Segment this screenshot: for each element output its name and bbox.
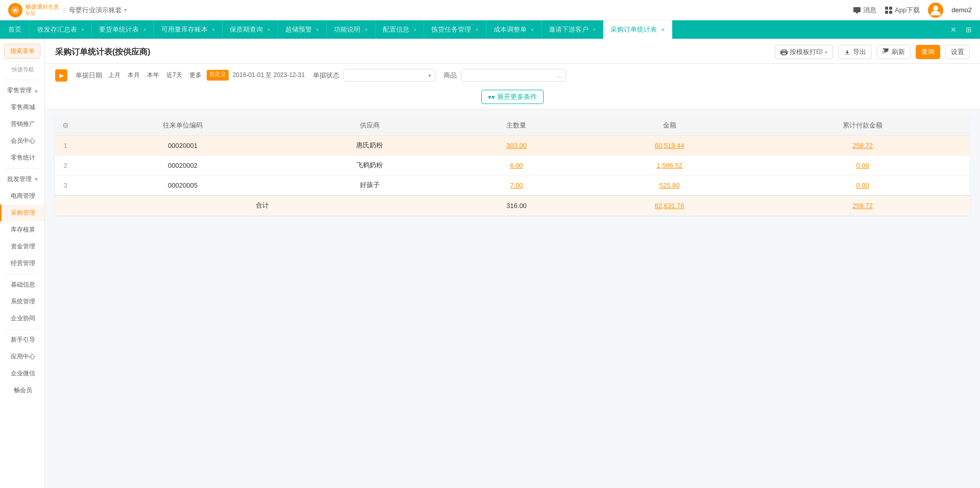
print-arrow: ▾ xyxy=(825,49,827,55)
sidebar-item-retail-mgmt[interactable]: 零售管理 ▲ xyxy=(0,82,44,99)
row-paid[interactable]: 259.72 xyxy=(755,136,970,156)
sidebar-item-basic-info[interactable]: 基础信息 xyxy=(0,276,44,293)
tab-peizhi[interactable]: 配置信息 × xyxy=(376,20,424,39)
status-select[interactable] xyxy=(344,69,435,82)
sidebar-item-operations[interactable]: 经营管理 xyxy=(0,255,44,272)
top-bar-right: 消息 App下载 demo2 xyxy=(853,3,972,18)
sidebar-item-enterprise[interactable]: 企业协同 xyxy=(0,310,44,327)
export-button[interactable]: 导出 xyxy=(838,45,872,59)
shortcut-last-month[interactable]: 上月 xyxy=(106,70,122,81)
sidebar-item-marketing[interactable]: 营销推广 xyxy=(0,116,44,133)
row-code: 00020002 xyxy=(76,156,290,175)
footer-empty xyxy=(55,195,76,216)
tab-yaohuodan[interactable]: 要货单统计表 × xyxy=(92,20,154,39)
settings-button[interactable]: 设置 xyxy=(945,45,970,59)
expand-down-icon: ▾▾ xyxy=(488,93,495,101)
tab-baozhi[interactable]: 保质期查询 × xyxy=(223,20,278,39)
tab-home[interactable]: 首页 xyxy=(0,20,30,39)
sidebar-purchase-label: 采购管理 xyxy=(11,209,35,217)
sidebar-retail-stat-label: 零售统计 xyxy=(11,153,35,162)
tab-menu-button[interactable]: ⊞ xyxy=(962,22,976,37)
tab-yaoqing[interactable]: 邀请下游客户 × xyxy=(542,20,603,39)
sidebar-item-retail-stat[interactable]: 零售统计 xyxy=(0,149,44,166)
refresh-button[interactable]: 刷新 xyxy=(877,45,911,59)
tab-shoufacun[interactable]: 收发存汇总表 × xyxy=(30,20,92,39)
row-quantity[interactable]: 6.00 xyxy=(450,156,583,175)
tab-gongneng-label: 功能说明 xyxy=(334,25,360,34)
sidebar-item-member-vip[interactable]: 畅会员 xyxy=(0,382,44,399)
row-amount[interactable]: 1,586.52 xyxy=(583,156,755,175)
sidebar-system-label: 系统管理 xyxy=(11,297,35,306)
sidebar-item-purchase[interactable]: 采购管理 xyxy=(0,204,44,221)
sidebar-item-new-guide[interactable]: 新手引导 xyxy=(0,331,44,348)
message-button[interactable]: 消息 xyxy=(853,6,876,15)
page-actions: 按模板打印 ▾ 导出 刷新 查询 设置 xyxy=(775,45,970,59)
expand-more-button[interactable]: ▾▾ 展开更多条件 xyxy=(481,90,544,104)
tab-chengben-close[interactable]: × xyxy=(531,27,534,33)
row-paid[interactable]: 0.00 xyxy=(755,156,970,175)
sidebar-item-inventory[interactable]: 库存核算 xyxy=(0,221,44,238)
search-menu-button[interactable]: 搜索菜单 xyxy=(4,44,40,59)
workspace-selector[interactable]: 母婴行业演示账套 ▾ xyxy=(69,6,127,15)
shortcut-this-month[interactable]: 本月 xyxy=(126,70,142,81)
footer-label: 合计 xyxy=(76,195,450,216)
sidebar-item-member[interactable]: 会员中心 xyxy=(0,133,44,149)
tab-keyongliang[interactable]: 可用量库存账本 × xyxy=(154,20,223,39)
sidebar-new-guide-label: 新手引导 xyxy=(11,336,35,344)
row-supplier: 好孩子 xyxy=(290,175,450,196)
shortcut-more[interactable]: 更多 xyxy=(187,70,204,81)
app-download-button[interactable]: App下载 xyxy=(885,6,920,15)
tab-chaochuyujing-label: 超储预警 xyxy=(285,25,312,34)
row-code: 00020001 xyxy=(76,136,290,156)
row-amount[interactable]: 60,519.44 xyxy=(583,136,755,156)
sidebar-item-app-center[interactable]: 应用中心 xyxy=(0,348,44,365)
col-code: 往来单位编码 xyxy=(76,116,290,136)
sidebar-item-finance[interactable]: 资金管理 xyxy=(0,238,44,255)
sidebar-wholesale-arrow: ▼ xyxy=(34,176,39,182)
footer-amount: 62,631.76 xyxy=(583,195,755,216)
shortcut-this-year[interactable]: 本年 xyxy=(145,70,161,81)
print-button[interactable]: 按模板打印 ▾ xyxy=(775,45,833,59)
row-paid[interactable]: 0.00 xyxy=(755,175,970,196)
tab-keyongliang-close[interactable]: × xyxy=(212,27,215,33)
table-row: 2 00020002 飞鹤奶粉 6.00 1,586.52 0.00 xyxy=(55,156,970,175)
tab-shoufacun-close[interactable]: × xyxy=(81,27,84,33)
query-button[interactable]: 查询 xyxy=(916,45,940,59)
sidebar-item-system[interactable]: 系统管理 xyxy=(0,293,44,310)
tab-jianhuo[interactable]: 拣货任务管理 × xyxy=(424,20,486,39)
tab-chaochuyujing-close[interactable]: × xyxy=(316,27,319,33)
sidebar: 搜索菜单 快捷导航 零售管理 ▲ 零售商城 营销推广 会员中心 零售统计 批发管… xyxy=(0,39,45,488)
tab-chengben[interactable]: 成本调整单 × xyxy=(486,20,542,39)
sidebar-item-retail-shop[interactable]: 零售商城 xyxy=(0,99,44,116)
user-name[interactable]: demo2 xyxy=(951,6,972,14)
tab-baozhi-label: 保质期查询 xyxy=(230,25,263,34)
tab-baozhi-close[interactable]: × xyxy=(267,27,270,33)
tab-jianhuo-close[interactable]: × xyxy=(475,27,478,33)
tab-peizhi-close[interactable]: × xyxy=(413,27,416,33)
filter-toggle-button[interactable]: ▶ xyxy=(55,69,67,82)
tab-yaohuodan-close[interactable]: × xyxy=(143,27,146,33)
sidebar-item-wholesale[interactable]: 批发管理 ▼ xyxy=(0,171,44,188)
tab-caigou-active[interactable]: 采购订单统计表 × xyxy=(603,20,672,39)
shortcut-7days[interactable]: 近7天 xyxy=(164,70,184,81)
row-quantity[interactable]: 7.00 xyxy=(450,175,583,196)
tab-yaoqing-close[interactable]: × xyxy=(593,27,596,33)
print-icon xyxy=(780,48,788,56)
sidebar-wechat-label: 企业微信 xyxy=(11,369,35,378)
sidebar-divider-4 xyxy=(5,329,39,329)
goods-input[interactable] xyxy=(461,69,566,82)
tab-chaochuyujing[interactable]: 超储预警 × xyxy=(278,20,327,39)
table-settings-icon[interactable]: ⚙ xyxy=(62,121,69,130)
tab-caigou-close[interactable]: × xyxy=(661,27,664,33)
goods-input-wrap: ... xyxy=(461,69,566,82)
sidebar-item-ecommerce[interactable]: 电商管理 xyxy=(0,188,44,204)
sidebar-item-wechat[interactable]: 企业微信 xyxy=(0,365,44,382)
tab-gongneng[interactable]: 功能说明 × xyxy=(327,20,375,39)
tab-gongneng-close[interactable]: × xyxy=(364,27,368,33)
row-quantity[interactable]: 303.00 xyxy=(450,136,583,156)
sidebar-item-quick-nav[interactable]: 快捷导航 xyxy=(0,62,44,78)
row-amount[interactable]: 525.80 xyxy=(583,175,755,196)
goods-more-icon[interactable]: ... xyxy=(557,72,562,79)
tab-close-all-button[interactable]: ✕ xyxy=(946,22,961,37)
sidebar-wholesale-label: 批发管理 xyxy=(7,175,32,184)
